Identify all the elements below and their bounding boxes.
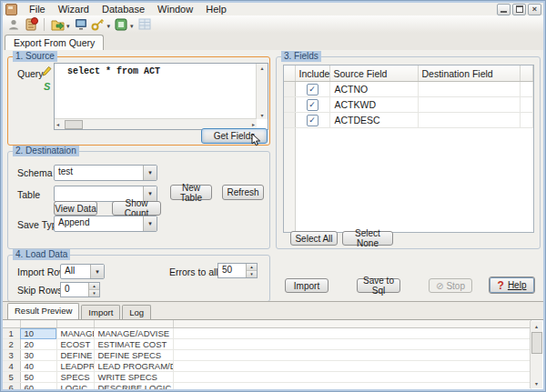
query-vertical-scrollbar[interactable]: ▴ ▾ (256, 64, 268, 119)
menu-help[interactable]: Help (199, 3, 233, 15)
tab-export-from-query[interactable]: Export From Query (5, 35, 104, 50)
destination-field-cell[interactable] (418, 82, 520, 97)
key-icon[interactable] (91, 17, 106, 32)
notes-alert-icon[interactable] (24, 17, 38, 32)
row-number-cell[interactable]: 5 (3, 372, 20, 383)
select-none-button[interactable]: Select None (342, 231, 393, 246)
menu-window[interactable]: Window (151, 3, 199, 15)
minimize-button[interactable] (497, 4, 511, 15)
scroll-up-icon[interactable]: ▴ (257, 65, 268, 71)
menu-database[interactable]: Database (96, 3, 151, 15)
document-tabstrip: Export From Query (3, 33, 543, 50)
scrollbar-thumb[interactable] (531, 332, 542, 354)
data-cell[interactable]: LEAD PROGRAM/DESIGN (94, 361, 173, 372)
import-rows-select[interactable]: All ▾ (60, 264, 105, 279)
row-number-cell[interactable]: 1 (3, 328, 20, 339)
schema-select[interactable]: test ▾ (54, 165, 157, 181)
source-field-cell[interactable]: ACTDESC (329, 113, 418, 128)
preview-row: 660LOGICDESCRIBE LOGIC (3, 383, 531, 390)
restore-button[interactable] (512, 4, 526, 15)
errors-to-allow-spinner[interactable]: 50 ▴▾ (217, 263, 258, 278)
preview-row: 440LEADPRLEAD PROGRAM/DESIGN (3, 361, 531, 372)
scrollbar-thumb[interactable] (65, 120, 83, 129)
data-cell[interactable]: LEADPR (56, 361, 94, 372)
data-cell[interactable]: 40 (20, 361, 56, 372)
row-number-cell[interactable]: 6 (3, 383, 20, 390)
scroll-up-icon[interactable]: ▴ (531, 323, 542, 329)
menu-file[interactable]: File (23, 3, 52, 15)
green-tool-dropdown-icon[interactable]: ▾ (130, 23, 134, 30)
scroll-down-icon[interactable]: ▾ (257, 112, 268, 118)
save-type-select[interactable]: Append ▾ (54, 216, 157, 232)
export-data-icon[interactable] (50, 17, 65, 32)
data-cell[interactable]: 50 (20, 372, 56, 383)
preview-grid-header (3, 320, 531, 328)
source-field-cell[interactable]: ACTKWD (329, 97, 418, 113)
data-cell[interactable]: ECOST (56, 339, 94, 350)
edit-query-icon[interactable] (41, 65, 52, 81)
spin-up-icon[interactable]: ▴ (89, 283, 99, 290)
scroll-left-icon[interactable]: ◂ (56, 121, 59, 127)
help-button[interactable]: ?Help (489, 276, 535, 294)
data-cell[interactable]: ESTIMATE COST (94, 339, 173, 350)
data-cell[interactable]: WRITE SPECS (94, 372, 173, 383)
spin-down-icon[interactable]: ▾ (89, 290, 99, 297)
row-number-cell[interactable]: 3 (3, 350, 20, 361)
data-cell[interactable]: LOGIC (56, 383, 94, 390)
source-field-cell[interactable]: ACTNO (329, 82, 418, 97)
preview-tab-import[interactable]: Import (81, 305, 120, 319)
new-table-button[interactable]: New Table (170, 185, 212, 200)
preview-vertical-scrollbar[interactable]: ▴ ▾ (530, 321, 542, 388)
key-dropdown-icon[interactable]: ▾ (107, 23, 111, 30)
include-checkbox[interactable]: ✓ (307, 99, 318, 111)
data-cell[interactable]: SPECS (56, 372, 94, 383)
spin-down-icon[interactable]: ▾ (247, 271, 257, 277)
include-checkbox[interactable]: ✓ (307, 115, 318, 126)
data-cell[interactable]: 10 (20, 328, 56, 339)
spin-up-icon[interactable]: ▴ (247, 264, 257, 271)
user-icon[interactable] (6, 17, 21, 32)
preview-tab-log[interactable]: Log (122, 305, 151, 319)
chevron-down-icon[interactable]: ▾ (143, 216, 157, 231)
data-cell[interactable]: MANAGE/ADVISE (94, 328, 173, 339)
preview-tab-result-preview[interactable]: Result Preview (7, 303, 79, 319)
data-cell[interactable]: DEFINE SPECS (94, 350, 173, 361)
query-textarea[interactable]: select * from ACT ▴ ▾ ◂ ▸ (54, 63, 268, 130)
export-dropdown-icon[interactable]: ▾ (66, 23, 70, 30)
include-checkbox[interactable]: ✓ (307, 84, 318, 95)
row-selector[interactable] (284, 113, 295, 128)
save-to-sql-button[interactable]: Save to Sql (357, 278, 400, 293)
row-number-cell[interactable]: 2 (3, 339, 20, 350)
close-button[interactable]: × (528, 4, 541, 15)
app-icon (5, 4, 17, 15)
fields-grid: IncludeSource FieldDestination Field ✓AC… (283, 65, 534, 233)
import-button[interactable]: Import (285, 278, 329, 293)
scroll-right-icon[interactable]: ▸ (252, 121, 255, 127)
data-cell[interactable]: 20 (20, 339, 56, 350)
data-cell[interactable]: DESCRIBE LOGIC (94, 383, 173, 390)
show-count-button[interactable]: Show Count (112, 201, 161, 216)
menu-wizard[interactable]: Wizard (52, 3, 96, 15)
skip-rows-spinner[interactable]: 0 ▴▾ (60, 282, 100, 297)
stop-icon: ⊘ (436, 281, 443, 291)
sql-script-icon[interactable]: S (44, 81, 50, 92)
destination-section: 2. Destinataion Schema test ▾ Table ▾ Ne… (7, 151, 270, 249)
destination-field-cell[interactable] (418, 113, 520, 128)
skip-rows-value: 0 (61, 283, 88, 297)
destination-field-cell[interactable] (418, 97, 520, 113)
scroll-down-icon[interactable]: ▾ (531, 380, 542, 387)
data-cell[interactable]: 60 (20, 383, 56, 390)
refresh-button[interactable]: Refresh (222, 185, 264, 200)
data-cell[interactable]: 30 (20, 350, 56, 361)
row-selector[interactable] (284, 82, 295, 97)
row-selector[interactable] (284, 97, 295, 113)
row-number-cell[interactable]: 4 (3, 361, 20, 372)
green-tool-icon[interactable] (114, 17, 128, 32)
chevron-down-icon[interactable]: ▾ (90, 265, 104, 278)
select-all-button[interactable]: Select All (290, 231, 338, 246)
data-cell[interactable]: DEFINE (56, 350, 94, 361)
view-data-button[interactable]: View Data (54, 201, 97, 216)
chevron-down-icon[interactable]: ▾ (143, 166, 157, 180)
data-cell[interactable]: MANAGE (56, 328, 94, 339)
query-window-icon[interactable] (74, 17, 88, 32)
